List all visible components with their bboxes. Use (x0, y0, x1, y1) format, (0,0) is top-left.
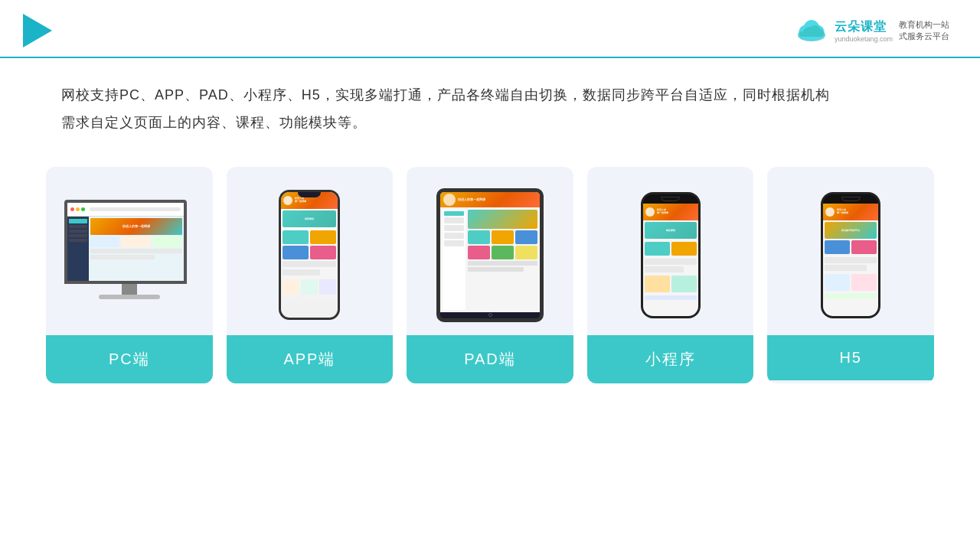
card-miniprogram-label: 小程序 (587, 335, 754, 383)
card-miniprogram-image: 职进人的第一堂网课 精品课程 (587, 167, 754, 335)
cloud-icon (795, 17, 828, 44)
card-app: 职进人的第一堂网课 推荐课程 (227, 167, 394, 383)
brand-logo: 云朵课堂 yunduoketang.com 教育机构一站 式服务云平台 (795, 17, 949, 44)
phone-mockup-app: 职进人的第一堂网课 推荐课程 (279, 190, 340, 320)
card-pc-image: 职进人的第一堂网课 (46, 167, 213, 335)
header-left (23, 14, 64, 47)
card-h5-image: 职进人的第一堂网课 职业提升培训平台 (767, 167, 934, 335)
card-app-label: APP端 (227, 335, 394, 383)
card-h5-label: H5 (767, 335, 934, 380)
cards-container: 职进人的第一堂网课 (0, 152, 980, 399)
card-pad-image: 职进人的第一堂网课 (407, 167, 573, 335)
tablet-mockup: 职进人的第一堂网课 (436, 188, 544, 322)
pc-monitor-icon: 职进人的第一堂网课 (64, 200, 194, 311)
card-pad-label: PAD端 (407, 335, 573, 383)
brand-url: yunduoketang.com (835, 35, 893, 43)
miniphone-mockup-h5: 职进人的第一堂网课 职业提升培训平台 (821, 192, 880, 318)
miniphone-mockup-mp: 职进人的第一堂网课 精品课程 (641, 192, 701, 318)
brand-name: 云朵课堂 (835, 19, 893, 35)
card-pc-label: PC端 (46, 335, 213, 383)
header: 云朵课堂 yunduoketang.com 教育机构一站 式服务云平台 (0, 0, 980, 58)
description-text: 网校支持PC、APP、PAD、小程序、H5，实现多端打通，产品各终端自由切换，数… (0, 58, 980, 152)
card-h5: 职进人的第一堂网课 职业提升培训平台 (767, 167, 934, 383)
card-miniprogram: 职进人的第一堂网课 精品课程 (587, 167, 754, 383)
card-app-image: 职进人的第一堂网课 推荐课程 (227, 167, 394, 335)
brand-tagline: 教育机构一站 式服务云平台 (899, 19, 949, 43)
brand-text: 云朵课堂 yunduoketang.com (835, 19, 893, 43)
card-pad: 职进人的第一堂网课 (407, 167, 573, 383)
logo-arrow-icon (23, 14, 52, 47)
card-pc: 职进人的第一堂网课 (46, 167, 213, 383)
